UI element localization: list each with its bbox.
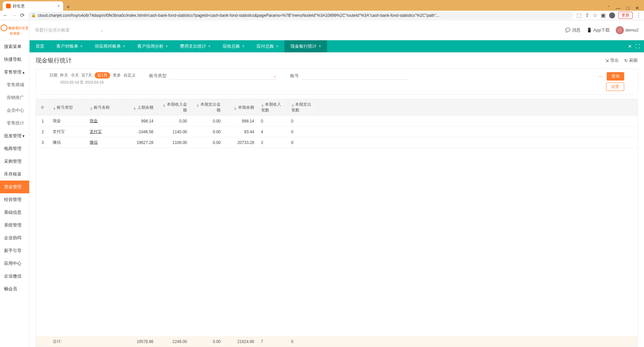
footer-income: 2246.00 [157,336,190,347]
sidebar-item[interactable]: 系统管理 [0,219,29,232]
app-tab[interactable]: 应付总账× [250,40,284,52]
close-all-tabs-icon[interactable]: ✕ [628,44,632,49]
close-icon[interactable]: × [123,44,125,49]
sidebar-item[interactable]: 基础信息 [0,206,29,219]
table-row[interactable]: 2支付宝支付宝-1046.561140.000.0093.4440 [36,127,638,137]
sidebar-item[interactable]: 企业微信 [0,270,29,283]
col-balance[interactable]: ▲▼本期余额 [224,99,258,116]
account-link[interactable]: 微信 [90,140,98,145]
sidebar-item-label: 基础信息 [4,209,21,215]
sidebar-item[interactable]: 企业协同 [0,232,29,244]
sidebar-item[interactable]: 零售统计 [0,117,29,130]
sidebar-item[interactable]: 营销推广 [0,91,29,104]
date-opt-yesterday[interactable]: 昨天 [60,72,68,78]
table-row[interactable]: 3微信微信19627.281106.000.0020733.2830 [36,137,638,148]
extensions-icon[interactable]: ▣ [601,12,606,18]
cell-name: 现金 [86,116,123,127]
update-button[interactable]: 更新 [618,12,633,19]
lock-icon: 🔒 [31,13,36,17]
account-type-select[interactable]: ⌄ [169,72,277,80]
install-icon[interactable]: ⬚ [577,12,582,18]
date-opt-more[interactable]: 更多 [113,72,121,78]
app-tab[interactable]: 费用支出统计× [174,40,217,52]
app-tab-label: 供应商对账单 [95,43,121,49]
share-icon[interactable]: ⇪ [585,12,589,18]
col-income[interactable]: ▲▼本期收入金额 [157,99,190,116]
sidebar-item[interactable]: 畅会员 [0,283,29,295]
account-link[interactable]: 支付宝 [90,129,102,134]
fullscreen-icon[interactable]: ⛶ [635,44,640,49]
account-link[interactable]: 现金 [90,118,98,123]
sidebar-item[interactable]: 电商管理 [0,142,29,155]
close-icon[interactable]: × [319,44,321,49]
sidebar-item[interactable]: 经营管理 [0,193,29,206]
refresh-button[interactable]: ↻ 刷新 [624,57,638,63]
browser-tab[interactable]: 好生意 × [3,1,63,11]
sidebar-item[interactable]: 搜索菜单 [0,40,29,53]
sidebar-item[interactable]: 资金管理 [0,181,29,193]
sidebar-item-label: 快捷导航 [4,56,21,62]
menu-icon[interactable]: ⋮ [636,12,641,18]
messages-button[interactable]: 💬 消息 [565,27,581,33]
sidebar-item[interactable]: 快捷导航 [0,53,29,66]
app-tab[interactable]: 供应商对账单× [89,40,131,52]
close-icon[interactable]: × [208,44,211,49]
sidebar-item[interactable]: 批发管理▼ [0,130,29,142]
star-icon[interactable]: ☆ [593,12,597,18]
app-tab[interactable]: 现金银行统计× [284,40,327,52]
more-filters-button[interactable]: ⋯ [598,73,604,80]
new-tab-button[interactable]: + [63,4,74,11]
back-icon[interactable]: ← [3,12,8,18]
gear-column[interactable]: ⚙ [36,99,49,116]
footer-income-count: 7 [258,336,288,347]
close-window-icon[interactable]: ✕ [635,5,639,11]
sidebar-item[interactable]: 库存核算 [0,168,29,181]
app-download-button[interactable]: 📱 App下载 [587,27,610,33]
cell-prev: 19627.28 [123,137,157,148]
account-set-selector[interactable]: 母婴行业演示账套 ⌄ [35,27,104,33]
sidebar-item[interactable]: 新手引导 [0,244,29,257]
close-icon[interactable]: × [57,4,60,8]
close-icon[interactable]: × [242,44,244,49]
date-opt-today[interactable]: 今天 [71,72,79,78]
cell-income-count: 0 [258,116,288,127]
settings-button[interactable]: 设置 [606,83,624,91]
sidebar-item[interactable]: 采购管理 [0,155,29,168]
sidebar-item[interactable]: 应用中心 [0,257,29,270]
app-tab[interactable]: 客户信用分析× [131,40,174,52]
app-tab[interactable]: 应收总账× [217,40,250,52]
col-account-name[interactable]: ▲▼账号名称 [86,99,123,116]
account-input[interactable] [302,72,409,80]
toolbar-right: ⬚ ⇪ ☆ ▣ 更新 ⋮ [577,12,641,19]
cell-expense: 0.00 [190,127,224,137]
col-account-type[interactable]: ▲▼账号类型 [49,99,86,116]
reload-icon[interactable]: ⟳ [20,12,25,18]
close-icon[interactable]: × [80,44,83,49]
forward-icon[interactable]: → [11,12,17,18]
url-bar[interactable]: 🔒 cloud.chanjet.com/hsy/u4o6r74daqxn/l0f… [28,12,573,19]
date-opt-1m[interactable]: 近1月 [95,72,110,79]
footer-expense-count: 0 [288,336,318,347]
sidebar-item[interactable]: 零售商城 [0,79,29,91]
col-prev-balance[interactable]: ▲▼上期余额 [123,99,157,116]
col-expense-count[interactable]: ▲▼本期支出笔数 [288,99,318,116]
maximize-icon[interactable]: □ [627,5,629,11]
app-tab[interactable]: 客户对账单× [50,40,89,52]
query-button[interactable]: 查询 [607,72,624,81]
sidebar-item[interactable]: 零售管理▲ [0,66,29,79]
sidebar-item-label: 采购管理 [4,158,21,164]
table-row[interactable]: 1现金现金998.140.000.00998.1400 [36,116,638,127]
col-expense[interactable]: ▲▼本期支出金额 [190,99,224,116]
export-button[interactable]: ⇲ 导出 [605,57,619,63]
close-icon[interactable]: × [166,44,168,49]
date-opt-7d[interactable]: 近7天 [82,72,92,78]
user-menu[interactable]: demo2 [616,26,639,34]
app-tab[interactable]: 首页 [30,40,50,52]
minimize-icon[interactable]: — [616,5,620,11]
sidebar-item[interactable]: 会员中心 [0,104,29,117]
close-icon[interactable]: × [276,44,278,49]
chevron-down-icon[interactable]: ˇ [608,5,610,11]
col-income-count[interactable]: ▲▼本期收入笔数 [258,99,288,116]
profile-avatar[interactable] [609,12,615,18]
date-opt-custom[interactable]: 自定义 [124,72,136,78]
